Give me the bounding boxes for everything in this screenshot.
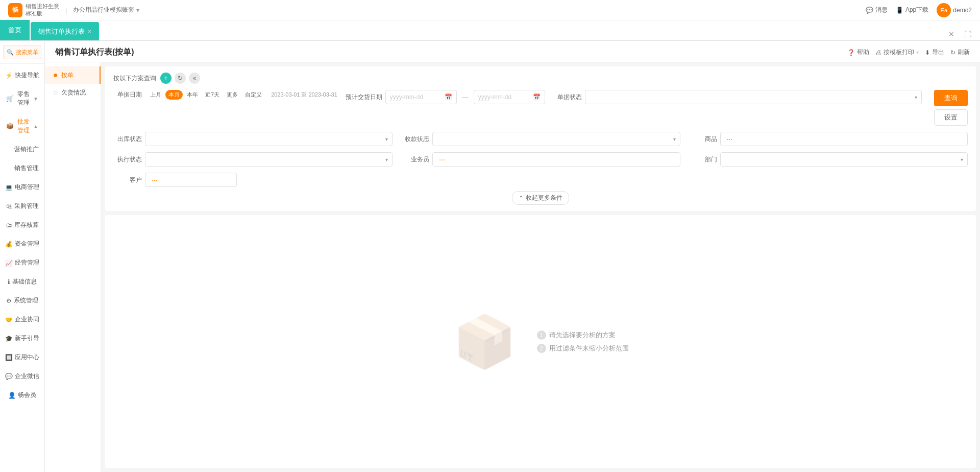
finance-label: 资金管理 bbox=[15, 240, 39, 248]
collapse-more-btn[interactable]: ⌃ 收起更多条件 bbox=[512, 191, 569, 205]
search-btn[interactable]: 查询 bbox=[934, 90, 968, 106]
tab-close-icon[interactable]: × bbox=[88, 28, 91, 35]
sidebar-item-appcenter[interactable]: 🔲 应用中心 bbox=[0, 348, 44, 367]
sidebar-item-sales[interactable]: 销售管理 bbox=[0, 159, 44, 178]
doc-status-select[interactable]: ▾ bbox=[585, 90, 922, 104]
sidebar-item-operations[interactable]: 📈 经营管理 bbox=[0, 253, 44, 272]
tab-home[interactable]: 首页 bbox=[0, 20, 30, 40]
sidebar-item-quick-nav[interactable]: ⚡ 快捷导航 bbox=[0, 66, 44, 85]
msg-btn[interactable]: 💬 消息 bbox=[866, 6, 888, 14]
app-download-btn[interactable]: 📱 App下载 bbox=[896, 6, 928, 14]
date-tab-last-month[interactable]: 上月 bbox=[147, 90, 164, 100]
sub-sidebar-item-shortage[interactable]: ○ 欠货情况 bbox=[45, 84, 101, 101]
purchase-icon: 🛍 bbox=[6, 203, 12, 210]
refresh-icon: ↻ bbox=[950, 49, 955, 56]
customer-dots[interactable]: ··· bbox=[150, 176, 160, 184]
print-btn[interactable]: 🖨 按模板打印 ▾ bbox=[875, 48, 919, 57]
export-btn[interactable]: ⬇ 导出 bbox=[925, 48, 944, 57]
tab-sales-order[interactable]: 销售订单执行表 × bbox=[31, 22, 99, 40]
tip-num-2: 2 bbox=[537, 344, 546, 353]
sidebar-search-label: 搜索菜单 bbox=[16, 49, 38, 56]
filter-row-1: 单据日期 上月 本月 本年 近7天 更多 自定义 2023-03-01 至 20… bbox=[113, 90, 968, 126]
sidebar-item-basic[interactable]: ℹ 基础信息 bbox=[0, 272, 44, 291]
help-btn[interactable]: ❓ 帮助 bbox=[847, 48, 869, 57]
date-tab-custom[interactable]: 自定义 bbox=[242, 90, 265, 100]
empty-tips: 1 请先选择要分析的方案 2 用过滤条件来缩小分析范围 bbox=[537, 331, 629, 353]
sidebar-item-finance[interactable]: 💰 资金管理 bbox=[0, 234, 44, 253]
settings-btn[interactable]: 设置 bbox=[934, 109, 968, 126]
out-status-select[interactable]: ▾ bbox=[145, 132, 393, 146]
receipt-status-select[interactable]: ▾ bbox=[432, 132, 680, 146]
collapse-more-label: 收起更多条件 bbox=[526, 194, 562, 202]
breadcrumb-dropdown-icon[interactable]: ▾ bbox=[136, 7, 139, 14]
department-arrow: ▾ bbox=[961, 157, 963, 162]
sidebar-item-retail[interactable]: 🛒 零售管理 ▼ bbox=[0, 85, 44, 112]
top-bar: 畅 销售进好生意 标准版 | 办公用品行业模拟账套 ▾ 💬 消息 📱 App下载… bbox=[0, 0, 980, 20]
expected-date-end[interactable]: yyyy-mm-dd 📅 bbox=[474, 90, 545, 104]
sidebar-item-newuser[interactable]: 🎓 新手引导 bbox=[0, 329, 44, 348]
search-action-group: 查询 设置 bbox=[934, 90, 968, 126]
right-content: 按以下方案查询 + ↻ « bbox=[101, 62, 980, 472]
sidebar-nav: ⚡ 快捷导航 🛒 零售管理 ▼ 📦 批发管理 ▲ 营销推广 bbox=[0, 64, 44, 407]
chevron-up-icon: ⌃ bbox=[519, 195, 524, 202]
by-order-icon: ● bbox=[53, 70, 58, 80]
sales-label: 销售管理 bbox=[14, 164, 39, 173]
filter-add-btn[interactable]: + bbox=[160, 73, 172, 84]
content-area: 销售订单执行表(按单) ❓ 帮助 🖨 按模板打印 ▾ ⬇ 导出 ↻ 刷新 bbox=[45, 41, 980, 472]
tab-sales-order-label: 销售订单执行表 bbox=[38, 27, 85, 36]
user-menu[interactable]: Ea demo2 bbox=[937, 3, 972, 17]
receipt-status-field: 收款状态 ▾ bbox=[401, 132, 680, 146]
salesperson-field: 业务员 ··· bbox=[401, 152, 680, 167]
expected-date-start[interactable]: yyyy-mm-dd 📅 bbox=[385, 90, 457, 104]
doc-status-arrow: ▾ bbox=[915, 95, 917, 100]
empty-illustration: 📦 bbox=[453, 312, 517, 372]
goods-dots[interactable]: ··· bbox=[725, 135, 735, 143]
sidebar-item-vip[interactable]: 👤 畅会员 bbox=[0, 386, 44, 405]
filter-collapse-btn[interactable]: « bbox=[189, 73, 200, 84]
doc-status-field: 单据状态 ▾ bbox=[553, 90, 922, 104]
date-tab-this-month[interactable]: 本月 bbox=[165, 90, 183, 100]
exec-status-select[interactable]: ▾ bbox=[145, 152, 393, 167]
sub-sidebar-item-by-order[interactable]: ● 按单 bbox=[45, 66, 101, 84]
sidebar-item-purchase[interactable]: 🛍 采购管理 bbox=[0, 197, 44, 216]
date-tab-more[interactable]: 更多 bbox=[224, 90, 241, 100]
retail-label: 零售管理 bbox=[16, 90, 31, 107]
filter-collapse-icon: « bbox=[193, 75, 197, 82]
salesperson-input[interactable]: ··· bbox=[432, 152, 680, 167]
newuser-icon: 🎓 bbox=[5, 335, 13, 342]
sidebar-item-wholesale[interactable]: 📦 批发管理 ▲ bbox=[0, 112, 44, 140]
operations-label: 经营管理 bbox=[15, 258, 39, 267]
retail-arrow: ▼ bbox=[33, 96, 38, 102]
tab-maximize-btn[interactable]: ⛶ bbox=[962, 28, 974, 40]
date-tab-7days[interactable]: 近7天 bbox=[202, 90, 223, 100]
tab-close-btn[interactable]: ✕ bbox=[945, 28, 958, 40]
receipt-status-arrow: ▾ bbox=[673, 136, 676, 142]
sidebar-item-system[interactable]: ⚙ 系统管理 bbox=[0, 291, 44, 310]
salesperson-dots[interactable]: ··· bbox=[437, 155, 447, 163]
filter-refresh-btn[interactable]: ↻ bbox=[175, 73, 186, 84]
customer-label: 客户 bbox=[113, 176, 142, 184]
filter-panel-header: 按以下方案查询 + ↻ « bbox=[113, 73, 968, 84]
department-select[interactable]: ▾ bbox=[720, 152, 968, 167]
date-tabs: 上月 本月 本年 近7天 更多 自定义 bbox=[147, 90, 265, 100]
sidebar-item-ecommerce[interactable]: 💻 电商管理 bbox=[0, 178, 44, 197]
sidebar-search-btn[interactable]: 🔍 搜索菜单 bbox=[3, 45, 41, 59]
filter-panel-icons: + ↻ « bbox=[160, 73, 200, 84]
goods-field: 商品 ··· bbox=[689, 132, 968, 146]
finance-icon: 💰 bbox=[5, 241, 13, 248]
basic-icon: ℹ bbox=[8, 278, 10, 286]
date-tab-this-year[interactable]: 本年 bbox=[184, 90, 201, 100]
empty-tip-2: 2 用过滤条件来缩小分析范围 bbox=[537, 344, 629, 353]
customer-input[interactable]: ··· bbox=[145, 173, 237, 187]
app-label: App下载 bbox=[905, 6, 928, 14]
expected-date-placeholder1: yyyy-mm-dd bbox=[390, 93, 423, 101]
sidebar-item-enterprise[interactable]: 🤝 企业协同 bbox=[0, 310, 44, 329]
avatar: Ea bbox=[937, 3, 951, 17]
refresh-btn[interactable]: ↻ 刷新 bbox=[950, 48, 970, 57]
filter-panel: 按以下方案查询 + ↻ « bbox=[105, 66, 976, 211]
sidebar-item-marketing[interactable]: 营销推广 bbox=[0, 140, 44, 159]
sidebar-item-wxwork[interactable]: 💬 企业微信 bbox=[0, 367, 44, 386]
wholesale-label: 批发管理 bbox=[16, 117, 31, 135]
goods-input[interactable]: ··· bbox=[720, 132, 968, 146]
sidebar-item-inventory[interactable]: 🗂 库存核算 bbox=[0, 216, 44, 234]
